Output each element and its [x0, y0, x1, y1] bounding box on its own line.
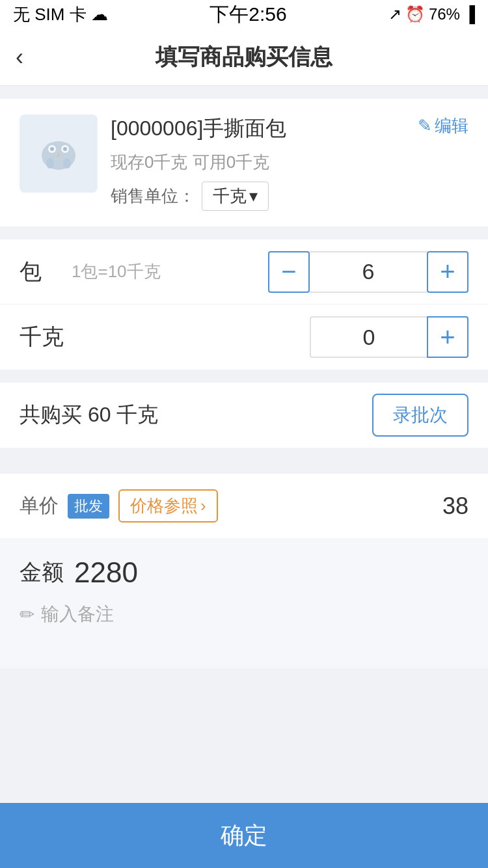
price-section: 单价 批发 价格参照 › 38 [0, 474, 488, 538]
bao-plus-button[interactable]: + [427, 251, 468, 293]
svg-point-5 [50, 147, 54, 151]
product-name-row: [0000006]手撕面包 ✎ 编辑 [111, 115, 468, 143]
kg-control: + [310, 316, 468, 358]
amount-section: 金额 2280 ✏ 输入备注 [0, 538, 488, 668]
svg-point-6 [63, 147, 67, 151]
status-time: 下午2:56 [210, 1, 286, 28]
product-info: [0000006]手撕面包 ✎ 编辑 现存0千克 可用0千克 销售单位： 千克 … [111, 115, 468, 211]
dropdown-icon: ▾ [249, 186, 258, 206]
price-ref-arrow-icon: › [200, 496, 206, 516]
status-bar: 无 SIM 卡 ☁ 下午2:56 ↗ ⏰ 76% ▐ [0, 0, 488, 29]
product-image [20, 115, 98, 193]
unit-select[interactable]: 千克 ▾ [202, 182, 269, 211]
section-divider-3 [0, 448, 488, 461]
section-divider-1 [0, 226, 488, 239]
product-card: [0000006]手撕面包 ✎ 编辑 现存0千克 可用0千克 销售单位： 千克 … [0, 99, 488, 226]
bao-control: − + [268, 251, 468, 293]
status-left: 无 SIM 卡 ☁ [13, 3, 108, 26]
edit-label: 编辑 [435, 115, 468, 137]
section-divider-2 [0, 370, 488, 383]
price-type-tag: 批发 [68, 494, 109, 519]
unit-value: 千克 [213, 185, 247, 208]
svg-point-9 [63, 158, 71, 169]
status-right: ↗ ⏰ 76% ▐ [388, 5, 475, 23]
kg-input[interactable] [310, 316, 427, 358]
note-input: 输入备注 [41, 602, 114, 627]
amount-value: 2280 [74, 556, 138, 589]
main-content: [0000006]手撕面包 ✎ 编辑 现存0千克 可用0千克 销售单位： 千克 … [0, 99, 488, 868]
kg-plus-button[interactable]: + [427, 316, 468, 358]
battery-text: 76% [429, 5, 460, 23]
svg-point-8 [46, 158, 54, 169]
price-value: 38 [442, 493, 468, 520]
total-text: 共购买 60 千克 [20, 401, 158, 429]
price-row: 单价 批发 价格参照 › 38 [20, 489, 468, 522]
product-logo-icon [36, 131, 81, 176]
bao-minus-button[interactable]: − [268, 251, 310, 293]
batch-button[interactable]: 录批次 [372, 394, 468, 437]
edit-icon: ✎ [418, 116, 432, 136]
back-button[interactable]: ‹ [16, 44, 23, 71]
unit-label: 销售单位： [111, 185, 195, 208]
total-row: 共购买 60 千克 录批次 [0, 383, 488, 448]
product-stock: 现存0千克 可用0千克 [111, 151, 468, 174]
location-icon: ↗ [388, 5, 401, 23]
kg-label: 千克 [20, 322, 72, 352]
amount-row: 金额 2280 [20, 556, 468, 589]
bao-label: 包 [20, 257, 72, 287]
product-unit-row: 销售单位： 千克 ▾ [111, 182, 468, 211]
bao-quantity-row: 包 1包=10千克 − + [0, 239, 488, 305]
note-icon: ✏ [20, 604, 34, 625]
price-label: 单价 [20, 493, 59, 519]
bao-input[interactable] [310, 251, 427, 293]
amount-label: 金额 [20, 558, 64, 588]
page-title: 填写商品购买信息 [156, 42, 332, 72]
alarm-icon: ⏰ [405, 5, 425, 23]
edit-button[interactable]: ✎ 编辑 [418, 115, 468, 137]
note-row[interactable]: ✏ 输入备注 [20, 602, 468, 627]
price-ref-label: 价格参照 [130, 495, 198, 517]
bao-hint: 1包=10千克 [72, 260, 268, 283]
kg-quantity-row: 千克 + [0, 305, 488, 370]
nav-bar: ‹ 填写商品购买信息 [0, 29, 488, 86]
price-ref-button[interactable]: 价格参照 › [118, 489, 218, 522]
confirm-button[interactable]: 确定 [0, 803, 488, 868]
quantity-section: 包 1包=10千克 − + 千克 + [0, 239, 488, 370]
no-sim-text: 无 SIM 卡 ☁ [13, 3, 108, 26]
battery-icon: ▐ [464, 5, 475, 23]
product-name: [0000006]手撕面包 [111, 115, 286, 143]
